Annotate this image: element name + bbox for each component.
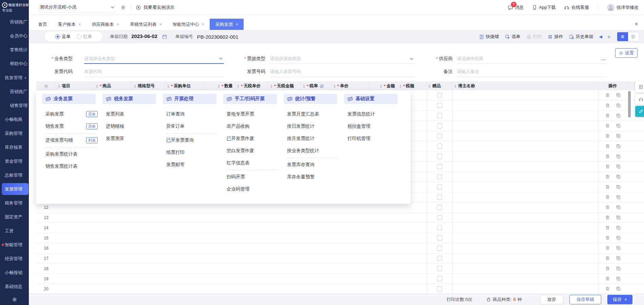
menu-item[interactable]: 进项发票勾稽列表: [42, 134, 102, 146]
calendar-icon[interactable]: [162, 34, 167, 39]
sidebar-item-3[interactable]: 帮助中心: [0, 57, 29, 71]
menu-section-title-4[interactable]: 统计/预警: [284, 94, 337, 104]
menu-section-title-1[interactable]: 税务发票: [102, 94, 156, 104]
sort-icon[interactable]: [167, 85, 169, 88]
sidebar-item-1[interactable]: 会员中心: [0, 29, 29, 43]
menu-section-title-5[interactable]: 基础设置: [344, 94, 398, 104]
save-button[interactable]: 保存 ∧: [607, 295, 632, 304]
sidebar-item-6[interactable]: 销售管理: [0, 98, 29, 112]
row-copy-button[interactable]: [615, 234, 622, 242]
sidebar-settings-button[interactable]: [0, 297, 29, 302]
sort-icon[interactable]: [334, 85, 336, 88]
gift-checkbox[interactable]: [437, 286, 442, 291]
blue-doc-radio[interactable]: 蓝单: [55, 34, 71, 40]
menu-item[interactable]: 企业码管理: [223, 183, 284, 195]
prev-doc-button[interactable]: ◀: [599, 34, 602, 39]
column-header-博主名称[interactable]: 博主名称: [452, 82, 598, 90]
row-delete-button[interactable]: [604, 204, 611, 211]
gift-checkbox[interactable]: [437, 235, 442, 240]
menu-item[interactable]: 销售发票统计表: [42, 160, 102, 173]
column-header-项目[interactable]: 项目: [56, 82, 94, 90]
tabbar-close-icon[interactable]: ×: [635, 21, 644, 30]
sidebar-item-2[interactable]: 零售统计: [0, 43, 29, 57]
sidebar-item-10[interactable]: 资金管理: [0, 154, 29, 168]
dock-edit-button[interactable]: [635, 106, 644, 117]
tab-5[interactable]: 采购发票×: [210, 19, 244, 30]
row-copy-button[interactable]: [615, 173, 622, 181]
menu-item[interactable]: 采购发票历史: [42, 108, 102, 120]
sidebar-item-15[interactable]: 工资: [0, 224, 29, 238]
tab-2[interactable]: 供应商账本×: [87, 19, 125, 30]
row-delete-button[interactable]: [604, 122, 611, 130]
column-header-数量[interactable]: *数量: [205, 82, 235, 90]
column-header-无税单价[interactable]: *无税单价: [235, 82, 268, 90]
row-copy-button[interactable]: [615, 255, 622, 262]
gift-checkbox[interactable]: [437, 164, 442, 169]
column-header-gear[interactable]: [36, 82, 56, 90]
gift-checkbox[interactable]: [437, 246, 442, 251]
gift-checkbox[interactable]: [437, 266, 442, 271]
row-delete-button[interactable]: [604, 194, 611, 201]
toolbar-action-0[interactable]: 快捷键: [479, 34, 499, 40]
list-view-button[interactable]: [617, 32, 628, 41]
sidebar-item-17[interactable]: 经营管理: [0, 252, 29, 266]
supplier-more-icon[interactable]: ...: [601, 56, 606, 61]
sidebar-item-5[interactable]: 营销推广: [0, 85, 29, 98]
gift-checkbox[interactable]: [437, 144, 442, 149]
gift-checkbox[interactable]: [437, 174, 442, 179]
row-delete-button[interactable]: [604, 92, 611, 99]
tab-close-icon[interactable]: ×: [159, 22, 162, 27]
sidebar-item-12[interactable]: 发票管理: [0, 182, 29, 196]
menu-item[interactable]: 红字信息表: [223, 157, 284, 169]
menu-item-badge[interactable]: 列表: [86, 137, 98, 143]
tab-4[interactable]: 智能凭证中心×: [167, 19, 210, 30]
row-copy-button[interactable]: [615, 92, 622, 99]
row-delete-button[interactable]: [604, 234, 611, 242]
menu-item[interactable]: 纸票打印: [163, 146, 223, 159]
menu-item[interactable]: 按日发票统计: [284, 120, 344, 132]
menu-item[interactable]: 异常订单: [163, 120, 223, 132]
row-delete-button[interactable]: [604, 285, 611, 293]
tab-close-icon[interactable]: ×: [117, 22, 119, 27]
remark-input[interactable]: [457, 67, 607, 77]
row-delete-button[interactable]: [604, 275, 611, 283]
row-copy-button[interactable]: [615, 112, 622, 120]
sidebar-item-18[interactable]: 小畅报销: [0, 266, 29, 280]
tab-close-icon[interactable]: ×: [78, 22, 81, 27]
sort-icon[interactable]: [218, 85, 220, 88]
menu-item[interactable]: 采购发票统计表: [42, 148, 102, 160]
menu-item[interactable]: 扫码开票: [223, 171, 284, 183]
workspace-settings-gear-icon[interactable]: [120, 5, 126, 10]
messages-button[interactable]: 消息 8: [508, 4, 524, 11]
sidebar-item-19[interactable]: 基础信息: [0, 280, 29, 293]
row-delete-button[interactable]: [604, 102, 611, 109]
sort-icon[interactable]: [399, 85, 401, 88]
toolbar-action-1[interactable]: 选单: [505, 34, 520, 40]
gift-checkbox[interactable]: [437, 205, 442, 210]
row-delete-button[interactable]: [604, 163, 611, 171]
menu-item[interactable]: 销售发票历史: [42, 120, 102, 132]
tab-0[interactable]: 首页: [33, 19, 53, 30]
dock-service-button[interactable]: [635, 94, 644, 105]
online-service-button[interactable]: 在线客服: [564, 4, 589, 11]
row-delete-button[interactable]: [604, 255, 611, 262]
row-delete-button[interactable]: [604, 143, 611, 150]
menu-item[interactable]: 打印机管理: [344, 132, 404, 145]
column-header-规格型号[interactable]: 规格型号: [132, 82, 165, 90]
tab-close-icon[interactable]: ×: [235, 22, 238, 27]
menu-item[interactable]: 税控盘管理: [344, 120, 404, 132]
discard-button[interactable]: 放弃: [540, 295, 563, 304]
row-delete-button[interactable]: [604, 214, 611, 221]
menu-item[interactable]: 按月发票统计: [284, 132, 344, 145]
row-delete-button[interactable]: [604, 132, 611, 140]
menu-section-title-3[interactable]: 手工/扫码开票: [223, 94, 277, 104]
menu-item-badge[interactable]: 历史: [86, 123, 98, 129]
sidebar-item-8[interactable]: 采购管理: [0, 126, 29, 140]
ticket-type-select[interactable]: [270, 54, 415, 64]
invoice-code-input[interactable]: [84, 67, 224, 77]
sidebar-item-0[interactable]: 营销推广: [0, 15, 29, 29]
gift-checkbox[interactable]: [437, 133, 442, 139]
row-copy-button[interactable]: [615, 143, 622, 150]
menu-item[interactable]: 发票库存查询: [284, 159, 344, 171]
toolbar-action-4[interactable]: 历史单据: [569, 34, 593, 40]
